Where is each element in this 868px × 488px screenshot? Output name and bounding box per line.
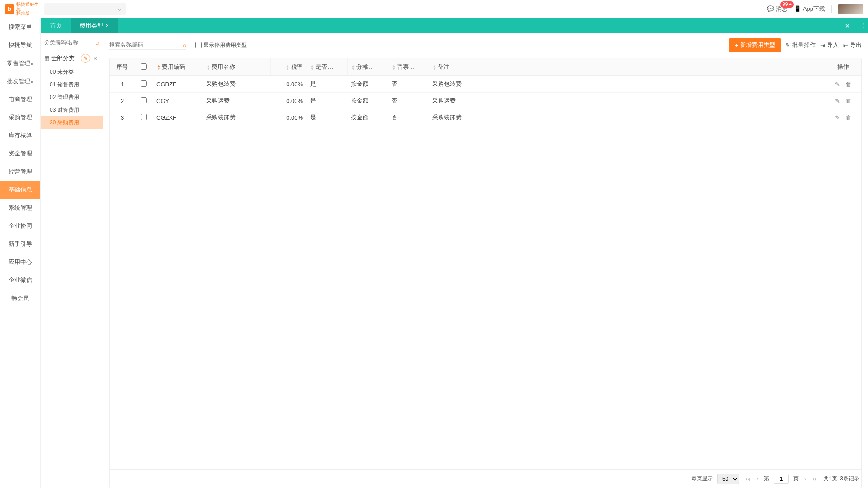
pager-last-icon[interactable]: ⏭ bbox=[811, 476, 819, 482]
export-button[interactable]: ⇤ 导出 bbox=[843, 41, 862, 49]
col-invoice[interactable]: ▲▼普票… bbox=[388, 58, 429, 76]
show-disabled-checkbox[interactable]: 显示停用费用类型 bbox=[195, 42, 247, 49]
delete-row-icon[interactable]: 🗑 bbox=[845, 114, 851, 121]
category-item[interactable]: 20 采购费用 bbox=[41, 116, 103, 129]
cell-alloc: 按金额 bbox=[347, 93, 388, 109]
avatar[interactable] bbox=[838, 4, 863, 14]
cell-index: 2 bbox=[110, 93, 135, 109]
sidebar-item[interactable]: 应用中心 bbox=[0, 253, 40, 271]
delete-row-icon[interactable]: 🗑 bbox=[845, 98, 851, 104]
category-item[interactable]: 03 财务费用 bbox=[41, 103, 103, 116]
cell-rate: 0.00% bbox=[270, 76, 307, 93]
sidebar-item[interactable]: 采购管理 bbox=[0, 108, 40, 127]
sort-icon: ▲▼ bbox=[351, 65, 355, 70]
sidebar-item[interactable]: 搜索菜单 bbox=[0, 18, 40, 36]
data-table: 序号 ▲▼费用编码 ▲▼费用名称 ▲▼税率 ▲▼是否… ▲▼分摊… ▲▼普票… … bbox=[109, 58, 862, 488]
company-selector[interactable]: ⌄ bbox=[44, 3, 126, 15]
sidebar-item[interactable]: 批发管理▸ bbox=[0, 72, 40, 90]
row-checkbox[interactable] bbox=[141, 114, 147, 120]
category-search-input[interactable] bbox=[44, 39, 95, 46]
row-checkbox[interactable] bbox=[141, 97, 147, 103]
cell-index: 3 bbox=[110, 109, 135, 126]
sidebar-item[interactable]: 零售管理▸ bbox=[0, 54, 40, 72]
sidebar-item[interactable]: 企业协同 bbox=[0, 217, 40, 235]
tab[interactable]: 首页 bbox=[41, 18, 71, 33]
edit-icon: ✎ bbox=[785, 42, 790, 49]
delete-row-icon[interactable]: 🗑 bbox=[845, 81, 851, 88]
col-alloc[interactable]: ▲▼分摊… bbox=[347, 58, 388, 76]
import-button[interactable]: ⇥ 导入 bbox=[820, 41, 839, 49]
collapse-panel-icon[interactable]: « bbox=[92, 55, 99, 61]
cell-invoice: 否 bbox=[388, 109, 429, 126]
grid-icon: ▦ bbox=[44, 55, 49, 61]
cell-invoice: 否 bbox=[388, 93, 429, 109]
new-fee-type-button[interactable]: + 新增费用类型 bbox=[729, 38, 781, 52]
per-page-label: 每页显示 bbox=[691, 475, 713, 483]
sidebar-item[interactable]: 电商管理 bbox=[0, 90, 40, 108]
pager-first-icon[interactable]: ⏮ bbox=[744, 476, 751, 482]
sidebar-item[interactable]: 企业微信 bbox=[0, 271, 40, 289]
col-ops: 操作 bbox=[825, 58, 861, 76]
batch-action-button[interactable]: ✎ 批量操作 bbox=[785, 41, 816, 49]
chevron-right-icon: ▸ bbox=[31, 61, 33, 66]
cell-invoice: 否 bbox=[388, 76, 429, 93]
category-all[interactable]: ▦ 全部分类 ✎ « bbox=[41, 51, 103, 66]
edit-row-icon[interactable]: ✎ bbox=[835, 114, 840, 121]
table-search-input[interactable] bbox=[109, 42, 183, 48]
sidebar-item[interactable]: 新手引导 bbox=[0, 235, 40, 253]
pager-prev-icon[interactable]: ‹ bbox=[755, 476, 759, 482]
sidebar-item[interactable]: 基础信息 bbox=[0, 181, 40, 199]
messages-button[interactable]: 💬 消息 99 + bbox=[767, 5, 788, 13]
tab-close-icon[interactable]: × bbox=[106, 23, 109, 29]
tab[interactable]: 费用类型× bbox=[71, 18, 118, 33]
cell-name: 采购装卸费 bbox=[203, 109, 270, 126]
category-item[interactable]: 00 未分类 bbox=[41, 66, 103, 78]
cell-remark: 采购运费 bbox=[429, 93, 825, 109]
col-rate[interactable]: ▲▼税率 bbox=[270, 58, 307, 76]
sidebar-item[interactable]: 畅会员 bbox=[0, 289, 40, 307]
row-checkbox[interactable] bbox=[141, 80, 147, 87]
sidebar-item[interactable]: 系统管理 bbox=[0, 199, 40, 217]
col-name[interactable]: ▲▼费用名称 bbox=[203, 58, 270, 76]
category-panel: ⌕ ▦ 全部分类 ✎ « 00 未分类01 销售费用02 管理费用03 财务费用… bbox=[41, 33, 103, 488]
select-all-checkbox[interactable] bbox=[141, 63, 147, 70]
category-search: ⌕ bbox=[44, 39, 99, 48]
edit-row-icon[interactable]: ✎ bbox=[835, 81, 840, 88]
sort-icon: ▲▼ bbox=[157, 65, 161, 70]
chevron-down-icon: ⌄ bbox=[117, 5, 122, 12]
edit-row-icon[interactable]: ✎ bbox=[835, 98, 840, 104]
category-edit-button[interactable]: ✎ bbox=[81, 54, 90, 63]
col-code[interactable]: ▲▼费用编码 bbox=[153, 58, 203, 76]
sidebar-item[interactable]: 经营管理 bbox=[0, 163, 40, 181]
show-disabled-input[interactable] bbox=[195, 42, 202, 48]
search-icon[interactable]: ⌕ bbox=[183, 41, 186, 48]
page-prefix: 第 bbox=[764, 475, 769, 483]
per-page-select[interactable]: 50 bbox=[717, 474, 739, 484]
cell-code: CGBZF bbox=[153, 76, 203, 93]
cell-is: 是 bbox=[307, 93, 347, 109]
cell-index: 1 bbox=[110, 76, 135, 93]
cell-ops: ✎🗑 bbox=[825, 76, 861, 93]
col-remark[interactable]: ▲▼备注 bbox=[429, 58, 825, 76]
table-row: 2CGYF采购运费0.00%是按金额否采购运费✎🗑 bbox=[110, 93, 861, 109]
col-index[interactable]: 序号 bbox=[110, 58, 135, 76]
category-item[interactable]: 01 销售费用 bbox=[41, 78, 103, 91]
pager-summary: 共1页, 3条记录 bbox=[823, 475, 859, 483]
cell-checkbox bbox=[135, 109, 153, 126]
cell-code: CGYF bbox=[153, 93, 203, 109]
close-all-tabs-icon[interactable]: ✕ bbox=[843, 23, 852, 29]
page-input[interactable] bbox=[774, 474, 789, 484]
cell-is: 是 bbox=[307, 109, 347, 126]
col-is[interactable]: ▲▼是否… bbox=[307, 58, 347, 76]
table-search: ⌕ bbox=[109, 41, 186, 50]
app-download-button[interactable]: 📱 App下载 bbox=[794, 5, 825, 13]
search-icon[interactable]: ⌕ bbox=[95, 39, 99, 46]
category-item[interactable]: 02 管理费用 bbox=[41, 91, 103, 103]
fullscreen-icon[interactable]: ⛶ bbox=[856, 23, 865, 29]
cell-ops: ✎🗑 bbox=[825, 109, 861, 126]
col-checkbox[interactable] bbox=[135, 58, 153, 76]
pager-next-icon[interactable]: › bbox=[803, 476, 807, 482]
sidebar-item[interactable]: 库存核算 bbox=[0, 127, 40, 145]
sidebar-item[interactable]: 资金管理 bbox=[0, 145, 40, 163]
sidebar-item[interactable]: 快捷导航 bbox=[0, 36, 40, 54]
